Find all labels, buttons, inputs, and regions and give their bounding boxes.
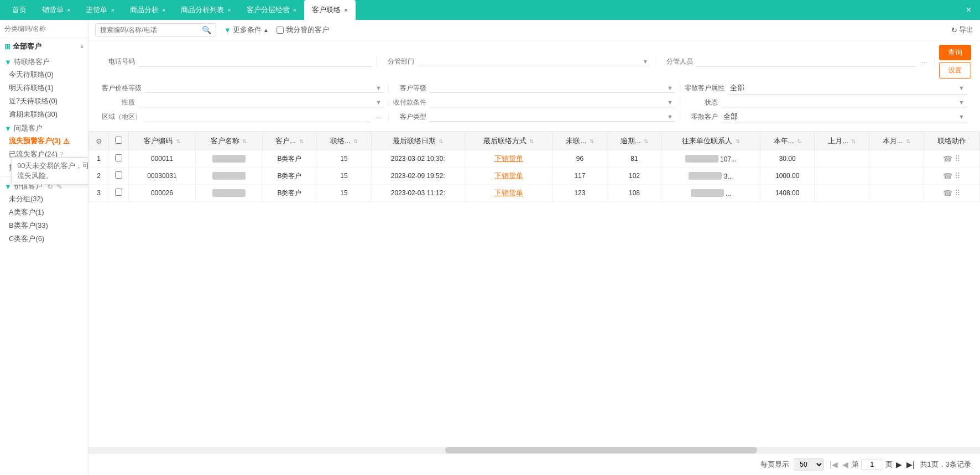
col-overdue[interactable]: 逾期... ⇅ xyxy=(607,132,662,150)
zero-customer-select[interactable]: 全部 ▼ xyxy=(721,111,967,123)
nature-select[interactable]: ▼ xyxy=(138,98,384,107)
my-customers-check[interactable] xyxy=(277,27,284,34)
scrollbar-thumb[interactable] xyxy=(445,447,757,453)
sidebar-item-overdue-contact[interactable]: 逾期未联络(30) xyxy=(0,108,88,121)
col-this-month[interactable]: 本月... ⇅ xyxy=(869,132,924,150)
close-icon[interactable]: × xyxy=(162,7,165,13)
row-checkbox[interactable] xyxy=(109,150,129,168)
tab-purchase[interactable]: 进货单 × xyxy=(78,0,122,20)
row-last-method[interactable]: 下销货单 xyxy=(465,185,552,202)
search-submit-icon[interactable]: 🔍 xyxy=(202,25,211,34)
my-customers-checkbox[interactable]: 我分管的客户 xyxy=(277,25,329,35)
customer-type-select[interactable]: ▼ xyxy=(430,112,675,122)
more-action-icon[interactable]: ⠿ xyxy=(955,154,960,163)
arrow-icon: ▼ xyxy=(4,58,12,66)
row-checkbox[interactable] xyxy=(109,185,129,202)
col-code[interactable]: 客户编码 ⇅ xyxy=(129,132,196,150)
sidebar-item-today-contact[interactable]: 今天待联络(0) xyxy=(0,68,88,81)
page-number-input[interactable] xyxy=(861,459,883,470)
close-icon[interactable]: × xyxy=(67,7,70,13)
row-check[interactable] xyxy=(115,154,122,161)
horizontal-scrollbar[interactable] xyxy=(88,447,980,453)
row-last-method[interactable]: 下销货单 xyxy=(465,168,552,185)
chevron-down-icon: ▼ xyxy=(958,99,965,106)
tab-customer-contact[interactable]: 客户联络 × xyxy=(304,0,355,20)
zero-attr-select[interactable]: 全部 ▼ xyxy=(728,82,967,95)
close-icon[interactable]: × xyxy=(293,7,296,13)
more-icon[interactable]: ··· xyxy=(919,58,930,66)
col-last-date[interactable]: 最后联络日期 ⇅ xyxy=(371,132,465,150)
pending-contact-section[interactable]: ▼ 待联络客户 xyxy=(0,55,88,68)
tab-goods-analysis[interactable]: 商品分析 × xyxy=(122,0,173,20)
status-select[interactable]: ▼ xyxy=(721,98,967,107)
per-page-select[interactable]: 50 20 100 xyxy=(794,458,824,471)
close-icon[interactable]: × xyxy=(344,7,347,13)
setting-button[interactable]: 设置 xyxy=(939,62,971,79)
col-last-method[interactable]: 最后联络方式 ⇅ xyxy=(465,132,552,150)
col-not-contacted[interactable]: 未联... ⇅ xyxy=(552,132,607,150)
row-last-date: 2023-02-09 19:52: xyxy=(371,168,465,185)
region-input[interactable] xyxy=(145,112,369,122)
export-btn[interactable]: ↻ 导出 xyxy=(951,25,973,35)
manager-input[interactable] xyxy=(696,56,915,67)
first-page-btn[interactable]: |◀ xyxy=(828,460,839,469)
dept-select[interactable]: ▼ xyxy=(418,57,651,66)
tab-home[interactable]: 首页 xyxy=(4,0,34,20)
row-check[interactable] xyxy=(115,171,122,179)
row-check[interactable] xyxy=(115,189,122,196)
sidebar-item-ungrouped[interactable]: 未分组(32) xyxy=(0,192,88,206)
tab-sales[interactable]: 销货单 × xyxy=(34,0,78,20)
sidebar-item-tomorrow-contact[interactable]: 明天待联络(1) xyxy=(0,81,88,95)
sidebar-item-churn-warning[interactable]: 流失预警客户(3) ⚠ xyxy=(0,134,88,148)
row-not-contacted: 117 xyxy=(552,168,607,185)
phone-input[interactable] xyxy=(138,56,372,67)
sidebar-item-7days-contact[interactable]: 近7天待联络(0) xyxy=(0,95,88,108)
data-table: ⚙ 客户编码 ⇅ 客户名称 ⇅ xyxy=(88,132,980,202)
close-icon[interactable]: × xyxy=(111,7,114,13)
contact-action-icon[interactable]: ☎ xyxy=(943,154,952,163)
customer-grade-select[interactable]: ▼ xyxy=(430,83,675,93)
sort-icon: ⇅ xyxy=(797,138,801,144)
more-conditions-btn[interactable]: ▼ 更多条件 ▲ xyxy=(221,23,272,36)
close-icon[interactable]: × xyxy=(227,7,231,13)
row-overdue: 102 xyxy=(607,168,662,185)
tab-customer-layer[interactable]: 客户分层经营 × xyxy=(239,0,304,20)
sidebar-item-b-class[interactable]: B类客户(33) xyxy=(0,219,88,232)
col-contact-person[interactable]: 往来单位联系人 ⇅ xyxy=(661,132,760,150)
more-action-icon[interactable]: ⠿ xyxy=(955,171,960,180)
col-name[interactable]: 客户名称 ⇅ xyxy=(195,132,262,150)
col-this-year[interactable]: 本年... ⇅ xyxy=(760,132,815,150)
filter-row-1: 电话号码 分管部门 ▼ 分管人员 ··· 查询 设置 xyxy=(97,45,971,79)
warning-icon: ⚠ xyxy=(63,137,70,145)
sidebar-search-input[interactable] xyxy=(4,25,87,33)
prev-page-btn[interactable]: ◀ xyxy=(841,460,849,469)
sidebar-item-a-class[interactable]: A类客户(1) xyxy=(0,206,88,219)
table-row: 1000011 B类客户152023-03-02 10:30:下销货单9681 … xyxy=(89,150,980,168)
row-checkbox[interactable] xyxy=(109,168,129,185)
more-icon[interactable]: ··· xyxy=(373,113,384,122)
search-box: 🔍 xyxy=(95,23,216,36)
tab-goods-list[interactable]: 商品分析列表 × xyxy=(173,0,238,20)
last-page-btn[interactable]: ▶| xyxy=(905,460,916,469)
col-last-month[interactable]: 上月... ⇅ xyxy=(815,132,869,150)
row-last-method[interactable]: 下销货单 xyxy=(465,150,552,168)
price-grade-select[interactable]: ▼ xyxy=(145,83,384,93)
problem-customer-section[interactable]: ▼ 问题客户 xyxy=(0,121,88,134)
query-button[interactable]: 查询 xyxy=(939,45,971,60)
payment-select[interactable]: ▼ xyxy=(430,98,675,107)
col-customer-type[interactable]: 客户... ⇅ xyxy=(262,132,317,150)
row-overdue: 108 xyxy=(607,185,662,202)
select-all-checkbox[interactable] xyxy=(115,137,122,144)
window-close-button[interactable]: × xyxy=(962,5,976,15)
more-action-icon[interactable]: ⠿ xyxy=(955,189,960,197)
all-customers-header[interactable]: ⊞ 全部客户 « xyxy=(0,38,88,55)
contact-action-icon[interactable]: ☎ xyxy=(943,189,952,197)
next-page-btn[interactable]: ▶ xyxy=(895,460,903,469)
contact-action-icon[interactable]: ☎ xyxy=(943,171,952,180)
settings-icon[interactable]: ⚙ xyxy=(96,137,102,145)
sort-icon: ⇅ xyxy=(906,138,910,144)
col-contact[interactable]: 联络... ⇅ xyxy=(317,132,372,150)
sidebar-item-c-class[interactable]: C类客户(6) xyxy=(0,232,88,246)
search-input[interactable] xyxy=(100,26,200,34)
arrow-icon: ▼ xyxy=(4,124,12,133)
